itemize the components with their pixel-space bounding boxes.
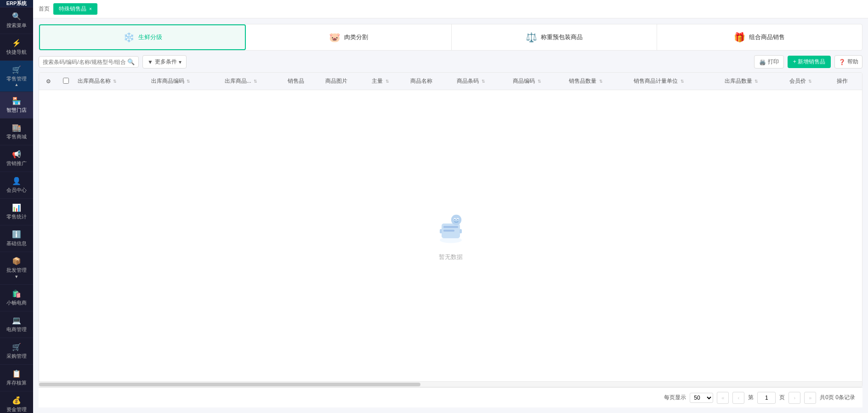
page-input[interactable] <box>757 392 776 404</box>
tab-meat-cut[interactable]: 🐷 肉类分割 <box>246 24 451 50</box>
print-btn[interactable]: 🖨️ 打印 <box>754 55 784 69</box>
sidebar-item-mini-ecommerce[interactable]: 🛍️ 小畅电商 <box>0 285 33 311</box>
help-icon: ❓ <box>839 59 845 65</box>
inventory-check-icon: 📋 <box>12 369 21 378</box>
current-tab[interactable]: 特殊销售品 × <box>53 3 97 15</box>
sidebar-item-finance-mgmt[interactable]: 💰 资金管理 <box>0 391 33 413</box>
sidebar-item-member-center[interactable]: 👤 会员中心 <box>0 172 33 199</box>
svg-rect-9 <box>440 229 442 234</box>
th-out-goods-name[interactable]: 出库商品名称 ⇅ <box>74 73 148 90</box>
sidebar-item-basic-info[interactable]: ℹ️ 基础信息 <box>0 225 33 252</box>
first-page-btn[interactable]: « <box>717 392 729 404</box>
smart-store-icon: 🏪 <box>12 97 21 105</box>
mini-ecommerce-icon: 🛍️ <box>12 289 21 298</box>
tab-weigh-pack[interactable]: ⚖️ 称重预包装商品 <box>452 24 657 50</box>
empty-text: 暂无数据 <box>439 253 463 261</box>
toolbar: 🔍 ▼ 更多条件 ▾ 🖨️ 打印 + 新增销售品 ❓ 帮助 <box>39 55 862 69</box>
sales-promo-icon: 📢 <box>12 150 21 159</box>
sort-icon-2: ⇅ <box>187 79 190 84</box>
wholesale-mgmt-icon: 📦 <box>12 257 21 265</box>
search-icon: 🔍 <box>127 58 135 65</box>
sidebar-item-smart-store[interactable]: 🏪 智慧门店 <box>0 92 33 119</box>
sort-icon: ⇅ <box>113 79 117 84</box>
filter-icon: ▼ <box>148 59 153 65</box>
meat-cut-icon: 🐷 <box>329 32 340 43</box>
sidebar-item-ecommerce-mgmt[interactable]: 💻 电商管理 <box>0 311 33 338</box>
member-center-icon: 👤 <box>12 177 21 185</box>
empty-state: 暂无数据 <box>39 90 862 381</box>
th-sales-qty[interactable]: 销售品数量 ⇅ <box>565 73 630 90</box>
category-tabs: ❄️ 生鲜分级 🐷 肉类分割 ⚖️ 称重预包装商品 🎁 组合商品销售 <box>39 24 862 51</box>
th-sales-unit[interactable]: 销售商品计量单位 ⇅ <box>630 73 721 90</box>
help-btn[interactable]: ❓ 帮助 <box>834 55 862 69</box>
print-icon: 🖨️ <box>759 59 766 65</box>
tab-combo-goods[interactable]: 🎁 组合商品销售 <box>657 24 862 50</box>
search-menu-icon: 🔍 <box>12 12 21 21</box>
ecommerce-mgmt-icon: 💻 <box>12 316 21 325</box>
th-weight[interactable]: 主量 ⇅ <box>368 73 407 90</box>
sidebar-item-retail-mgmt[interactable]: 🛒 零售管理 ▲ <box>0 61 33 92</box>
svg-rect-10 <box>460 229 462 234</box>
combo-goods-icon: 🎁 <box>734 32 745 43</box>
sort-icon-3: ⇅ <box>254 79 257 84</box>
h-scroll-thumb[interactable] <box>39 383 420 386</box>
main-content: 首页 特殊销售品 × ❄️ 生鲜分级 🐷 肉类分割 ⚖️ 称重预包装商品 🎁 组… <box>33 0 868 413</box>
th-actions: 操作 <box>833 73 862 90</box>
th-goods-code[interactable]: 商品编码 ⇅ <box>509 73 565 90</box>
sidebar-item-retail-city[interactable]: 🏬 零售商城 <box>0 119 33 145</box>
retail-city-icon: 🏬 <box>12 123 21 132</box>
search-input[interactable] <box>43 59 125 65</box>
app-logo: ERP系统 <box>0 0 33 7</box>
home-link[interactable]: 首页 <box>39 5 50 13</box>
next-page-btn[interactable]: › <box>789 392 800 404</box>
search-box[interactable]: 🔍 <box>39 56 139 68</box>
sort-icon-6: ⇅ <box>538 79 541 84</box>
prev-page-btn[interactable]: ‹ <box>732 392 744 404</box>
th-goods-image[interactable]: 商品图片 <box>322 73 368 90</box>
sidebar-item-retail-stats[interactable]: 📊 零售统计 <box>0 199 33 225</box>
filter-btn[interactable]: ▼ 更多条件 ▾ <box>142 55 187 69</box>
th-out-goods-code[interactable]: 出库商品编码 ⇅ <box>148 73 221 90</box>
quick-nav-icon: ⚡ <box>12 39 21 47</box>
svg-point-8 <box>457 219 458 220</box>
th-out-goods-x[interactable]: 出库商品... ⇅ <box>221 73 284 90</box>
th-sales-item[interactable]: 销售品 <box>284 73 322 90</box>
sort-icon-8: ⇅ <box>681 79 684 84</box>
basic-info-icon: ℹ️ <box>12 230 21 239</box>
sidebar-item-quick-nav[interactable]: ⚡ 快捷导航 <box>0 34 33 61</box>
svg-rect-3 <box>443 229 454 231</box>
svg-point-7 <box>454 219 455 220</box>
th-check[interactable] <box>57 73 74 90</box>
th-settings[interactable]: ⚙ <box>39 73 57 90</box>
weigh-pack-icon: ⚖️ <box>526 32 537 43</box>
finance-mgmt-icon: 💰 <box>12 396 21 405</box>
th-out-qty[interactable]: 出库品数量 ⇅ <box>721 73 786 90</box>
retail-stats-icon: 📊 <box>12 203 21 212</box>
sort-icon-5: ⇅ <box>482 79 485 84</box>
purchase-mgmt-icon: 🛒 <box>12 343 21 351</box>
sidebar-item-sales-promo[interactable]: 📢 营销推广 <box>0 145 33 172</box>
empty-icon <box>432 211 469 247</box>
select-all-checkbox[interactable] <box>63 78 69 84</box>
th-member-price[interactable]: 会员价 ⇅ <box>786 73 833 90</box>
close-tab-icon[interactable]: × <box>89 6 92 11</box>
sidebar-item-inventory-check[interactable]: 📋 库存核算 <box>0 365 33 391</box>
table-container: ⚙ 出库商品名称 ⇅ 出库商品编码 ⇅ <box>39 72 862 387</box>
sort-icon-10: ⇅ <box>808 79 812 84</box>
page-size-select[interactable]: 50 10 20 100 <box>690 393 713 403</box>
th-goods-barcode[interactable]: 商品条码 ⇅ <box>453 73 509 90</box>
add-btn[interactable]: + 新增销售品 <box>788 56 831 68</box>
data-table: ⚙ 出库商品名称 ⇅ 出库商品编码 ⇅ <box>39 73 862 90</box>
sidebar-item-purchase-mgmt[interactable]: 🛒 采购管理 <box>0 338 33 365</box>
topbar: 首页 特殊销售品 × <box>33 0 868 18</box>
svg-rect-2 <box>443 226 458 228</box>
th-goods-name[interactable]: 商品名称 <box>407 73 453 90</box>
tab-fresh-grade[interactable]: ❄️ 生鲜分级 <box>39 24 246 50</box>
sort-icon-9: ⇅ <box>755 79 758 84</box>
sidebar-item-wholesale-mgmt[interactable]: 📦 批发管理 ▾ <box>0 252 33 285</box>
fresh-grade-icon: ❄️ <box>123 32 135 43</box>
sidebar-item-search-menu[interactable]: 🔍 搜索菜单 <box>0 7 33 34</box>
last-page-btn[interactable]: » <box>804 392 816 404</box>
toolbar-left: 🔍 ▼ 更多条件 ▾ <box>39 55 187 69</box>
h-scroll-area[interactable] <box>39 381 862 387</box>
